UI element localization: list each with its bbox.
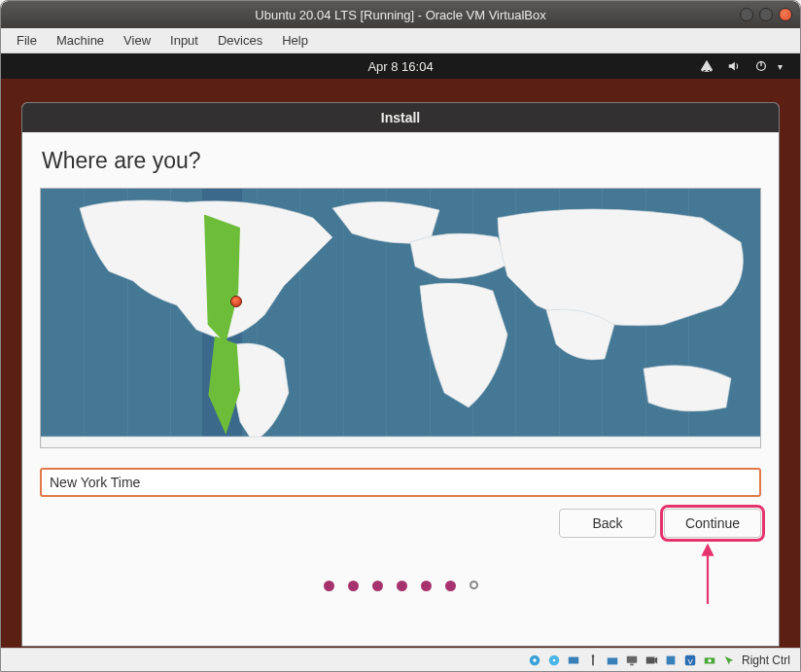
svg-point-1 bbox=[706, 69, 708, 71]
menu-view[interactable]: View bbox=[116, 30, 158, 51]
svg-point-7 bbox=[533, 658, 537, 662]
pager-dot-1 bbox=[324, 581, 334, 591]
pager-dot-4 bbox=[397, 581, 407, 591]
mouse-integration-icon[interactable] bbox=[722, 654, 736, 667]
button-row: Back Continue bbox=[40, 509, 761, 538]
guest-clock: Apr 8 16:04 bbox=[367, 59, 433, 74]
location-pin bbox=[230, 296, 242, 307]
network-icon[interactable] bbox=[700, 59, 714, 73]
window-title: Ubuntu 20.04 LTS [Running] - Oracle VM V… bbox=[255, 8, 545, 22]
timezone-input[interactable] bbox=[40, 468, 761, 497]
record-icon[interactable] bbox=[644, 654, 658, 667]
power-icon[interactable] bbox=[754, 59, 768, 73]
pager-dot-3 bbox=[372, 581, 383, 591]
usb-icon[interactable] bbox=[586, 654, 600, 667]
installer-body: Where are you? bbox=[22, 132, 779, 646]
system-tray[interactable]: ▾ bbox=[700, 59, 783, 73]
menu-input[interactable]: Input bbox=[162, 30, 206, 51]
svg-point-11 bbox=[592, 654, 595, 657]
cpu-icon[interactable] bbox=[664, 654, 678, 667]
virtualbox-window: Ubuntu 20.04 LTS [Running] - Oracle VM V… bbox=[0, 0, 801, 672]
svg-rect-15 bbox=[646, 656, 655, 663]
menu-file[interactable]: File bbox=[9, 30, 45, 51]
pager bbox=[40, 581, 761, 591]
vb-statusbar: V Right Ctrl bbox=[1, 648, 800, 671]
installer-titlebar: Install bbox=[22, 103, 779, 132]
pager-dot-7 bbox=[470, 581, 478, 589]
display-icon[interactable] bbox=[625, 654, 639, 667]
shared-folder-icon[interactable] bbox=[606, 654, 619, 667]
guest-top-bar: Apr 8 16:04 ▾ bbox=[1, 53, 800, 79]
timezone-map[interactable] bbox=[40, 188, 761, 448]
page-heading: Where are you? bbox=[42, 148, 761, 174]
disk-icon[interactable] bbox=[528, 654, 541, 667]
svg-point-9 bbox=[553, 658, 556, 661]
svg-rect-16 bbox=[667, 655, 676, 664]
camera-icon[interactable] bbox=[703, 654, 716, 667]
vbox-icon[interactable]: V bbox=[683, 654, 697, 667]
pager-dot-6 bbox=[445, 581, 456, 591]
close-button[interactable] bbox=[779, 8, 792, 21]
pager-dot-5 bbox=[421, 581, 432, 591]
menu-devices[interactable]: Devices bbox=[210, 30, 270, 51]
svg-rect-14 bbox=[630, 663, 634, 665]
installer-title: Install bbox=[381, 110, 420, 125]
svg-point-20 bbox=[708, 658, 712, 662]
pager-dot-2 bbox=[348, 581, 359, 591]
optical-icon[interactable] bbox=[547, 654, 561, 667]
svg-rect-13 bbox=[627, 655, 638, 662]
chevron-down-icon: ▾ bbox=[778, 61, 783, 72]
guest-desktop: Install Where are you? bbox=[1, 79, 800, 648]
menubar: File Machine View Input Devices Help bbox=[1, 28, 800, 53]
world-map-svg bbox=[41, 189, 761, 448]
titlebar: Ubuntu 20.04 LTS [Running] - Oracle VM V… bbox=[1, 1, 800, 28]
svg-rect-10 bbox=[569, 656, 579, 663]
sound-icon[interactable] bbox=[727, 59, 741, 73]
host-key-label: Right Ctrl bbox=[742, 654, 790, 667]
installer-window: Install Where are you? bbox=[21, 102, 780, 647]
menu-machine[interactable]: Machine bbox=[49, 30, 112, 51]
svg-text:V: V bbox=[687, 656, 693, 665]
window-controls bbox=[740, 8, 792, 21]
svg-rect-12 bbox=[608, 657, 618, 664]
maximize-button[interactable] bbox=[759, 8, 773, 21]
menu-help[interactable]: Help bbox=[274, 30, 316, 51]
back-button[interactable]: Back bbox=[559, 509, 656, 538]
minimize-button[interactable] bbox=[740, 8, 753, 21]
continue-button[interactable]: Continue bbox=[664, 509, 761, 538]
network-status-icon[interactable] bbox=[567, 654, 580, 667]
